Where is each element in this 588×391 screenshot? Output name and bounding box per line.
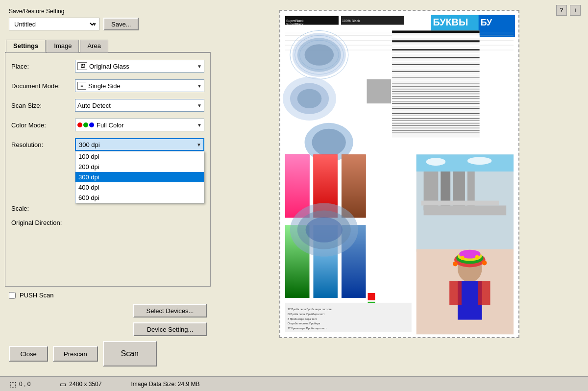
resolution-option-200[interactable]: 200 dpi bbox=[75, 162, 204, 172]
bottom-buttons-row: Close Prescan Scan bbox=[9, 341, 207, 367]
svg-rect-33 bbox=[392, 91, 480, 92]
place-dropdown[interactable]: 🖼 Original Glass ▼ bbox=[75, 60, 204, 73]
preview-svg: SuperBlack SuperBlack 100% Black БУКВЫ Б… bbox=[280, 11, 518, 337]
save-restore-section: Save/Restore Setting Untitled ▼ Save... bbox=[5, 5, 211, 35]
device-setting-row: Device Setting... bbox=[9, 322, 207, 336]
svg-rect-45 bbox=[392, 121, 480, 121]
scan-size-label: Scan Size: bbox=[11, 102, 75, 109]
svg-text:12  Буквы пера  Проба пера тес: 12 Буквы пера Проба пера тест bbox=[288, 327, 327, 330]
scan-size-value: Auto Detect bbox=[77, 102, 111, 109]
blue-dot bbox=[89, 122, 94, 127]
prescan-button[interactable]: Prescan bbox=[53, 346, 98, 362]
bottom-section: PUSH Scan Select Devices... Device Setti… bbox=[5, 287, 211, 371]
document-mode-label: Document Mode: bbox=[11, 82, 75, 90]
coordinates-item: ⬚ 0 , 0 bbox=[10, 380, 30, 388]
resolution-value: 300 dpi bbox=[79, 141, 100, 148]
document-mode-row: Document Mode: ≡ Single Side ▼ bbox=[11, 79, 204, 92]
scale-row: Scale: bbox=[11, 205, 204, 212]
svg-rect-46 bbox=[392, 123, 480, 123]
preset-select[interactable]: Untitled bbox=[12, 20, 96, 28]
tab-area[interactable]: Area bbox=[80, 40, 108, 52]
color-mode-dropdown[interactable]: Full Color ▼ bbox=[75, 119, 204, 131]
place-icon: 🖼 bbox=[77, 62, 87, 70]
save-restore-row: Untitled ▼ Save... bbox=[9, 18, 207, 30]
scale-label: Scale: bbox=[11, 205, 75, 212]
svg-text:12  Проба пера  Проба пера  те: 12 Проба пера Проба пера тест ств bbox=[288, 308, 332, 311]
color-mode-arrow: ▼ bbox=[197, 122, 202, 128]
svg-rect-97 bbox=[478, 281, 490, 305]
resolution-dropdown-list: 100 dpi 200 dpi 300 dpi 400 dpi 600 dpi bbox=[75, 151, 204, 203]
svg-text:100% Black: 100% Black bbox=[342, 19, 360, 23]
svg-rect-16 bbox=[392, 30, 480, 33]
resolution-option-100[interactable]: 100 dpi bbox=[75, 151, 204, 162]
svg-text:О пробы тестова Пробера: О пробы тестова Пробера bbox=[288, 322, 320, 325]
document-mode-icon: ≡ bbox=[77, 82, 86, 90]
svg-point-100 bbox=[461, 256, 465, 260]
document-mode-arrow: ▼ bbox=[197, 83, 202, 89]
resolution-row: Resolution: 300 dpi ▼ 100 dpi 200 dpi 30… bbox=[11, 138, 204, 151]
original-direction-label: Original Direction: bbox=[11, 219, 75, 226]
coordinates-icon: ⬚ bbox=[10, 380, 16, 388]
svg-rect-50 bbox=[392, 133, 480, 133]
save-button[interactable]: Save... bbox=[103, 18, 139, 30]
resolution-option-600[interactable]: 600 dpi bbox=[75, 193, 204, 203]
tab-settings[interactable]: Settings bbox=[6, 40, 46, 52]
svg-rect-31 bbox=[392, 86, 480, 87]
resolution-option-300[interactable]: 300 dpi bbox=[75, 172, 204, 182]
right-panel: SuperBlack SuperBlack 100% Black БУКВЫ Б… bbox=[216, 5, 583, 371]
svg-text:SuperBlack: SuperBlack bbox=[286, 23, 304, 26]
svg-text:О Проба пера. Приббера тест: О Проба пера. Приббера тест bbox=[288, 313, 325, 316]
green-dot bbox=[83, 122, 88, 127]
svg-point-88 bbox=[306, 217, 343, 243]
push-scan-checkbox[interactable] bbox=[9, 292, 16, 299]
color-dots-icon bbox=[77, 122, 94, 127]
svg-text:3 Проба пера пера тест: 3 Проба пера пера тест bbox=[288, 318, 317, 320]
help-button[interactable]: ? bbox=[556, 5, 567, 16]
svg-rect-28 bbox=[392, 77, 480, 78]
svg-rect-19 bbox=[392, 45, 480, 47]
document-mode-dropdown[interactable]: ≡ Single Side ▼ bbox=[75, 79, 204, 92]
info-button[interactable]: i bbox=[570, 5, 581, 16]
resolution-control: 300 dpi ▼ 100 dpi 200 dpi 300 dpi 400 dp… bbox=[75, 138, 204, 151]
place-row: Place: 🖼 Original Glass ▼ bbox=[11, 60, 204, 73]
svg-rect-74 bbox=[421, 201, 499, 206]
svg-rect-41 bbox=[392, 111, 480, 111]
resolution-arrow: ▼ bbox=[196, 142, 201, 147]
scan-button[interactable]: Scan bbox=[103, 341, 157, 367]
resolution-option-400[interactable]: 400 dpi bbox=[75, 182, 204, 193]
close-button[interactable]: Close bbox=[9, 346, 48, 362]
dimensions-value: 2480 x 3507 bbox=[69, 381, 101, 388]
save-restore-label: Save/Restore Setting bbox=[9, 8, 207, 15]
tab-image[interactable]: Image bbox=[47, 40, 79, 52]
svg-point-78 bbox=[467, 157, 492, 165]
content-area: Save/Restore Setting Untitled ▼ Save... … bbox=[0, 0, 588, 376]
svg-rect-30 bbox=[392, 83, 480, 84]
left-panel: Save/Restore Setting Untitled ▼ Save... … bbox=[5, 5, 211, 371]
scan-size-dropdown[interactable]: Auto Detect ▼ bbox=[75, 99, 204, 112]
svg-point-77 bbox=[426, 158, 446, 166]
select-devices-button[interactable]: Select Devices... bbox=[133, 304, 207, 318]
coordinates-value: 0 , 0 bbox=[19, 381, 30, 388]
preset-dropdown[interactable]: Untitled ▼ bbox=[9, 18, 99, 30]
image-data-size-item: Image Data Size: 24.9 MB bbox=[131, 381, 199, 388]
svg-rect-32 bbox=[392, 89, 480, 89]
device-setting-button[interactable]: Device Setting... bbox=[133, 322, 207, 336]
svg-rect-18 bbox=[392, 40, 480, 42]
svg-rect-38 bbox=[392, 103, 480, 104]
dimensions-icon: ▭ bbox=[60, 380, 66, 388]
svg-rect-26 bbox=[392, 71, 480, 72]
color-mode-row: Color Mode: Full Color ▼ bbox=[11, 119, 204, 131]
svg-text:SuperBlack: SuperBlack bbox=[286, 19, 304, 23]
svg-rect-29 bbox=[392, 80, 480, 81]
resolution-label: Resolution: bbox=[11, 141, 75, 148]
svg-rect-96 bbox=[449, 281, 462, 305]
svg-rect-22 bbox=[392, 57, 480, 58]
svg-rect-39 bbox=[392, 106, 480, 106]
resolution-dropdown[interactable]: 300 dpi ▼ bbox=[75, 138, 204, 151]
tabs-container: Settings Image Area bbox=[5, 39, 211, 53]
svg-rect-36 bbox=[392, 98, 480, 99]
preview-container: SuperBlack SuperBlack 100% Black БУКВЫ Б… bbox=[279, 10, 519, 338]
original-direction-row: Original Direction: bbox=[11, 219, 204, 226]
place-arrow: ▼ bbox=[197, 64, 202, 69]
place-value: Original Glass bbox=[89, 63, 129, 70]
